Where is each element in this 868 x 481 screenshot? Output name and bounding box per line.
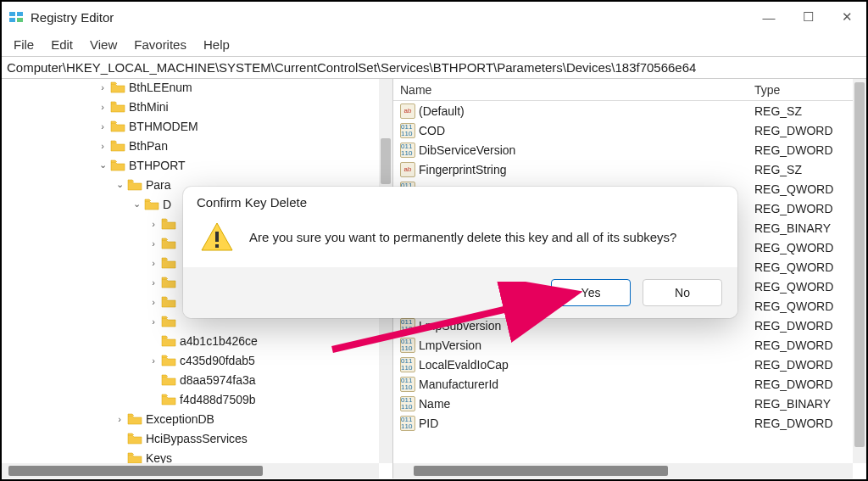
tree-item-label: BthPan [129,139,168,153]
folder-icon [127,413,142,425]
list-row[interactable]: 011 110NameREG_BINARY [393,394,866,413]
menu-favorites[interactable]: Favorites [134,37,186,52]
folder-icon [161,296,176,308]
menu-view[interactable]: View [90,37,117,52]
expander-icon[interactable]: ⌄ [131,199,142,210]
value-type: REG_QWORD [749,260,866,274]
close-button[interactable]: ✕ [827,2,866,32]
minimize-button[interactable]: — [749,2,788,32]
binary-value-icon: 011 110 [400,357,415,372]
expander-icon[interactable]: › [147,355,159,366]
folder-icon [127,452,142,464]
menu-file[interactable]: File [14,37,34,52]
value-type: REG_DWORD [749,378,866,391]
svg-rect-6 [215,244,219,248]
list-scrollbar-vertical[interactable] [853,79,866,463]
expander-icon[interactable]: › [114,414,125,424]
tree-item-label: HciBypassServices [146,432,248,445]
list-header[interactable]: Name Type [393,79,866,101]
tree-item[interactable]: d8aa5974fa3a [2,370,392,389]
list-row[interactable]: 011 110LocalEvaldIoCapREG_DWORD [393,355,866,374]
tree-item-label: c435d90fdab5 [180,354,255,367]
tree-item[interactable]: ›BthLEEnum [2,79,392,97]
expander-icon[interactable]: › [97,102,108,112]
tree-item[interactable]: HciBypassServices [2,428,392,448]
tree-item[interactable]: ›BthPan [2,136,392,155]
tree-item-label: BTHMODEM [129,120,198,133]
binary-value-icon: 011 110 [400,377,415,392]
tree-item-label: Para [146,178,171,192]
expander-icon[interactable]: ⌄ [114,179,125,190]
maximize-button[interactable]: ☐ [788,2,827,32]
tree-item[interactable]: ›ExceptionDB [2,409,392,428]
string-value-icon: ab [400,162,415,177]
tree-item[interactable]: a4b1c1b426ce [2,331,392,350]
list-row[interactable]: 011 110LmpSubversionREG_DWORD [393,316,866,335]
expander-icon[interactable]: ⌄ [97,159,108,171]
expander-icon[interactable]: › [97,82,108,92]
expander-icon[interactable]: › [147,277,159,288]
confirm-dialog: Confirm Key Delete Are you sure you want… [183,187,737,318]
expander-icon[interactable]: › [97,141,108,151]
tree-item[interactable]: ›c435d90fdab5 [2,350,392,370]
value-type: REG_QWORD [749,241,866,254]
tree-item-label: BthLEEnum [129,81,192,94]
menu-help[interactable]: Help [203,37,230,52]
list-row[interactable]: 011 110CODREG_DWORD [393,120,866,140]
value-name: PID [419,417,438,430]
value-name: (Default) [419,104,465,118]
folder-icon [161,277,176,288]
list-row[interactable]: 011 110PIDREG_DWORD [393,413,866,433]
binary-value-icon: 011 110 [400,396,415,411]
value-type: REG_SZ [749,163,866,176]
dialog-title: Confirm Key Delete [183,187,737,215]
binary-value-icon: 011 110 [400,318,415,333]
menu-edit[interactable]: Edit [51,37,73,52]
value-type: REG_QWORD [749,299,866,313]
address-bar[interactable]: Computer\HKEY_LOCAL_MACHINE\SYSTEM\Curre… [2,56,866,79]
folder-icon [144,199,159,210]
expander-icon[interactable]: › [147,219,159,229]
folder-icon [110,81,125,93]
binary-value-icon: 011 110 [400,416,415,431]
column-name-header[interactable]: Name [393,83,749,97]
tree-item-label: d8aa5974fa3a [180,373,256,387]
tree-item[interactable]: ⌄BTHPORT [2,155,392,175]
value-name: COD [419,124,445,137]
expander-icon[interactable]: › [147,316,159,327]
column-type-header[interactable]: Type [749,83,866,97]
warning-icon [200,221,234,252]
folder-icon [161,218,176,230]
tree-item[interactable]: ›BthMini [2,97,392,116]
tree-item[interactable]: ›BTHMODEM [2,116,392,136]
value-type: REG_QWORD [749,280,866,294]
no-button[interactable]: No [643,279,722,306]
value-name: LmpVersion [419,338,481,352]
list-row[interactable]: abFingerprintStringREG_SZ [393,159,866,179]
tree-item[interactable]: f4d488d7509b [2,389,392,409]
expander-icon[interactable]: › [97,121,108,131]
value-type: REG_DWORD [749,319,866,333]
value-type: REG_DWORD [749,143,866,157]
list-row[interactable]: 011 110ManufacturerIdREG_DWORD [393,374,866,394]
list-scrollbar-horizontal[interactable] [393,463,853,478]
list-row[interactable]: 011 110LmpVersionREG_DWORD [393,335,866,355]
folder-icon [161,316,176,327]
binary-value-icon: 011 110 [400,338,415,353]
value-name: Name [419,397,450,411]
folder-icon [110,101,125,113]
tree-item-label: D [163,198,171,211]
list-row[interactable]: 011 110DibServiceVersionREG_DWORD [393,140,866,159]
value-name: FingerprintString [419,163,507,176]
list-row[interactable]: ab(Default)REG_SZ [393,101,866,120]
yes-button[interactable]: Yes [551,279,631,306]
value-type: REG_DWORD [749,202,866,215]
tree-scrollbar-horizontal[interactable] [2,463,379,478]
expander-icon[interactable]: › [147,258,159,268]
tree-item-label: BTHPORT [129,159,186,172]
expander-icon[interactable]: › [147,238,159,249]
svg-rect-1 [9,18,15,22]
folder-icon [161,355,176,366]
value-type: REG_DWORD [749,358,866,372]
expander-icon[interactable]: › [147,297,159,307]
